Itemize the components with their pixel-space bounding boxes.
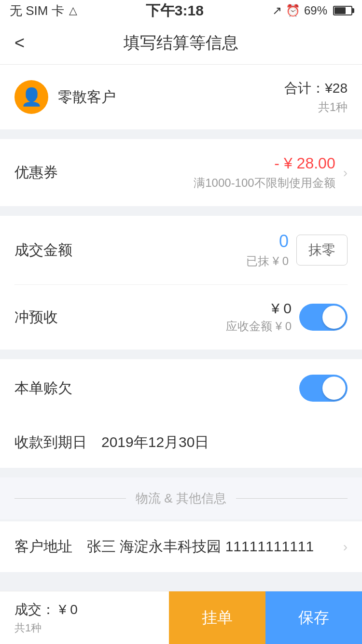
bottom-count: 共1种 <box>14 621 154 635</box>
coupon-desc: 满1000-100不限制使用金额 <box>194 175 335 191</box>
content-area: 👤 零散客户 合计：¥28 共1种 优惠券 - ¥ 28.00 满1000-10… <box>0 65 362 644</box>
logistics-line-left <box>14 498 126 499</box>
customer-name: 零散客户 <box>58 87 116 107</box>
bottom-trans-label: 成交： <box>14 602 55 617</box>
status-right: ↗ ⏰ 69% <box>272 4 352 17</box>
address-value: 张三 海淀永丰科技园 11111111111 <box>87 537 343 557</box>
due-date-value: 2019年12月30日 <box>101 433 209 452</box>
logistics-text: 物流 & 其他信息 <box>136 490 226 507</box>
prepay-row: 冲预收 ¥ 0 应收金额 ¥ 0 <box>14 285 348 350</box>
location-icon: ↗ <box>272 4 282 17</box>
address-section[interactable]: 客户地址 张三 海淀永丰科技园 11111111111 › <box>0 521 362 572</box>
transaction-value-block: 0 已抹 ¥ 0 <box>246 231 289 269</box>
status-left: 无 SIM 卡 △ <box>10 2 77 19</box>
bottom-trans: 成交： ¥ 0 <box>14 601 154 619</box>
hang-button[interactable]: 挂单 <box>169 591 265 644</box>
status-time: 下午3:18 <box>146 1 204 21</box>
battery-text: 69% <box>304 4 327 17</box>
transaction-value: 0 <box>246 231 289 252</box>
bottom-trans-value: ¥ 0 <box>59 602 78 617</box>
prepay-right: ¥ 0 应收金额 ¥ 0 <box>226 300 348 334</box>
due-date-label: 收款到期日 <box>14 433 87 452</box>
wifi-icon: △ <box>69 4 77 17</box>
round-button[interactable]: 抹零 <box>296 235 348 266</box>
debt-row: 本单赊欠 <box>14 359 348 417</box>
prepay-sub: 应收金额 ¥ 0 <box>226 319 292 334</box>
page-title: 填写结算等信息 <box>124 32 238 54</box>
save-button[interactable]: 保存 <box>265 591 362 644</box>
alarm-icon: ⏰ <box>286 4 300 17</box>
divider-4 <box>0 468 362 477</box>
debt-toggle[interactable] <box>299 375 348 402</box>
logistics-header-line: 物流 & 其他信息 <box>14 490 348 507</box>
nav-bar: < 填写结算等信息 <box>0 21 362 65</box>
transaction-sub: 已抹 ¥ 0 <box>246 253 289 269</box>
divider-3 <box>0 350 362 359</box>
customer-total: 合计：¥28 <box>284 79 348 98</box>
transaction-label: 成交金额 <box>14 240 72 260</box>
coupon-row[interactable]: 优惠券 - ¥ 28.00 满1000-100不限制使用金额 › <box>14 139 348 206</box>
prepay-label: 冲预收 <box>14 308 58 327</box>
divider-2 <box>0 206 362 216</box>
customer-left: 👤 零散客户 <box>14 80 116 114</box>
bottom-summary: 成交： ¥ 0 共1种 <box>0 601 169 635</box>
transaction-section: 成交金额 0 已抹 ¥ 0 抹零 冲预收 ¥ 0 应收金额 ¥ 0 <box>0 216 362 350</box>
divider-1 <box>0 129 362 139</box>
debt-label: 本单赊欠 <box>14 378 72 398</box>
carrier-text: 无 SIM 卡 <box>10 2 64 19</box>
debt-section: 本单赊欠 <box>0 359 362 417</box>
coupon-chevron-icon: › <box>343 165 348 181</box>
debt-right <box>299 375 348 402</box>
battery-icon <box>333 6 352 15</box>
logistics-line-right <box>236 498 348 499</box>
coupon-right: - ¥ 28.00 满1000-100不限制使用金额 › <box>194 154 348 191</box>
coupon-value-block: - ¥ 28.00 满1000-100不限制使用金额 <box>194 154 335 191</box>
coupon-section[interactable]: 优惠券 - ¥ 28.00 满1000-100不限制使用金额 › <box>0 139 362 206</box>
back-button[interactable]: < <box>14 33 25 53</box>
transaction-right: 0 已抹 ¥ 0 抹零 <box>246 231 348 269</box>
coupon-label: 优惠券 <box>14 163 58 182</box>
transaction-row: 成交金额 0 已抹 ¥ 0 抹零 <box>14 216 348 285</box>
customer-summary: 合计：¥28 共1种 <box>284 79 348 115</box>
customer-section: 👤 零散客户 合计：¥28 共1种 <box>0 65 362 129</box>
status-bar: 无 SIM 卡 △ 下午3:18 ↗ ⏰ 69% <box>0 0 362 21</box>
prepay-value-block: ¥ 0 应收金额 ¥ 0 <box>226 300 292 334</box>
due-date-section: 收款到期日 2019年12月30日 <box>0 417 362 468</box>
prepay-toggle[interactable] <box>299 304 348 331</box>
address-label: 客户地址 <box>14 537 72 557</box>
address-chevron-icon: › <box>343 539 348 555</box>
prepay-toggle-knob <box>322 306 346 329</box>
divider-6 <box>0 572 362 587</box>
coupon-amount: - ¥ 28.00 <box>194 154 335 172</box>
debt-toggle-knob <box>322 377 346 400</box>
logistics-header: 物流 & 其他信息 <box>0 477 362 519</box>
avatar-icon: 👤 <box>21 87 42 107</box>
customer-count: 共1种 <box>284 99 348 115</box>
prepay-amount: ¥ 0 <box>226 300 292 317</box>
customer-avatar: 👤 <box>14 80 48 114</box>
bottom-bar: 成交： ¥ 0 共1种 挂单 保存 <box>0 591 362 644</box>
